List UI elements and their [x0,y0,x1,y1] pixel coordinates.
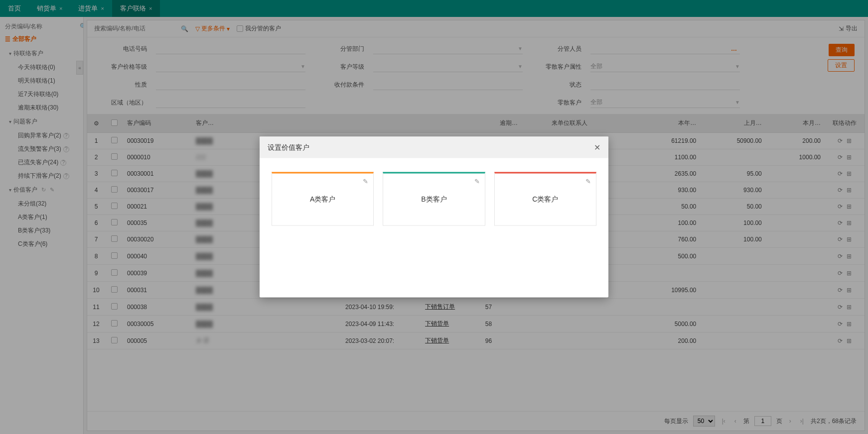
card-c-label: C类客户 [532,195,558,204]
edit-icon[interactable]: ✎ [585,178,591,185]
card-class-a[interactable]: ✎ A类客户 [272,172,374,226]
modal-title: 设置价值客户 [268,143,309,152]
value-customer-modal: 设置价值客户 ✕ ✎ A类客户 ✎ B类客户 ✎ C类客户 [260,137,608,298]
card-b-label: B类客户 [421,195,446,204]
card-a-label: A类客户 [310,195,335,204]
close-icon[interactable]: ✕ [594,143,600,152]
modal-header: 设置价值客户 ✕ [260,137,608,158]
modal-body: ✎ A类客户 ✎ B类客户 ✎ C类客户 [260,158,608,298]
card-class-c[interactable]: ✎ C类客户 [494,172,596,226]
edit-icon[interactable]: ✎ [474,178,480,185]
card-class-b[interactable]: ✎ B类客户 [383,172,485,226]
edit-icon[interactable]: ✎ [363,178,368,185]
